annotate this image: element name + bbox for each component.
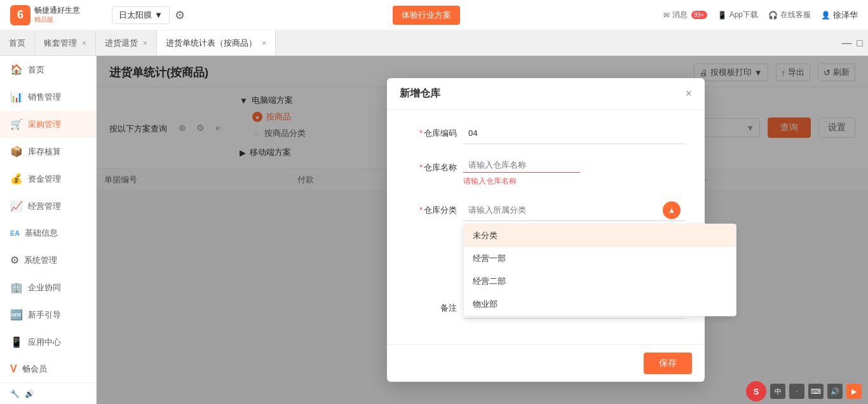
message-icon: ✉ [663, 11, 670, 20]
sidebar: 🏠 首页 📊 销售管理 🛒 采购管理 📦 库存核算 💰 资金管理 📈 经营管理 … [0, 56, 97, 404]
sidebar-audio-icon[interactable]: 🔊 [25, 389, 34, 398]
apps-icon: 📱 [10, 336, 23, 348]
sidebar-item-apps[interactable]: 📱 应用中心 [0, 328, 96, 356]
operations-icon: 📈 [10, 200, 23, 212]
tab-home[interactable]: 首页 [0, 30, 35, 55]
sales-icon: 📊 [10, 91, 23, 103]
tab-bar-right: — □ [841, 30, 868, 55]
modal-header: 新增仓库 × [387, 78, 705, 110]
store-dropdown-icon: ▼ [154, 10, 163, 20]
name-error-wrap: 请输入仓库名称 [406, 175, 517, 187]
play-icon[interactable]: ▶ [846, 384, 862, 399]
name-label: 仓库名称 [406, 157, 457, 173]
tab-minimize-icon[interactable]: — [841, 37, 851, 49]
sidebar-settings-icon[interactable]: 🔧 [10, 389, 20, 398]
tab-account[interactable]: 账套管理 × [35, 30, 96, 55]
sidebar-item-system[interactable]: ⚙ 系统管理 [0, 246, 96, 274]
home-icon: 🏠 [10, 64, 23, 76]
tab-account-label: 账套管理 [44, 37, 77, 49]
sidebar-item-purchase[interactable]: 🛒 采购管理 [0, 111, 96, 138]
zh-icon[interactable]: 中 [770, 384, 785, 399]
tab-purchase-stat-label: 进货单统计表（按商品） [166, 37, 257, 49]
modal-save-btn[interactable]: 保存 [644, 353, 692, 374]
tab-return-label: 进货退货 [105, 37, 138, 49]
s-icon[interactable]: S [746, 381, 766, 401]
purchase-icon: 🛒 [10, 118, 23, 130]
sidebar-item-sales[interactable]: 📊 销售管理 [0, 83, 96, 111]
vip-icon: V [10, 363, 17, 375]
sidebar-label-sales: 销售管理 [28, 91, 61, 103]
category-dropdown-arrow[interactable]: ▲ [663, 201, 681, 219]
notification-item[interactable]: ✉ 消息 99+ [663, 10, 707, 20]
name-field-row: 仓库名称 [406, 157, 580, 173]
logo-main-text: 畅捷通好生意 [34, 6, 80, 16]
name-error-msg: 请输入仓库名称 [463, 177, 517, 185]
sidebar-item-home[interactable]: 🏠 首页 [0, 56, 96, 83]
volume-icon[interactable]: 🔊 [827, 384, 843, 399]
header-center: 体验行业方案 [190, 6, 663, 25]
keyboard-icon[interactable]: ⌨ [808, 384, 824, 399]
tab-purchase-stat-close[interactable]: × [262, 39, 266, 48]
sidebar-item-guide[interactable]: 🆕 新手引导 [0, 301, 96, 328]
dropdown-item-dept2[interactable]: 经营二部 [464, 270, 736, 293]
store-selector[interactable]: 日太阳膜 ▼ [112, 6, 170, 24]
bottom-bar: S 中 · ⌨ 🔊 ▶ [740, 379, 868, 404]
sidebar-label-vip: 畅会员 [22, 363, 47, 375]
category-dropdown: 未分类 经营一部 经营二部 物业部 [463, 224, 736, 316]
code-label: 仓库编码 [406, 123, 457, 139]
dropdown-item-none[interactable]: 未分类 [464, 224, 736, 247]
online-service-item[interactable]: 🎧 在线客服 [768, 10, 811, 20]
add-warehouse-modal: 新增仓库 × 仓库编码 仓库名称 [387, 78, 705, 382]
tab-return[interactable]: 进货退货 × [96, 30, 157, 55]
basic-icon: EA [10, 229, 20, 237]
settings-icon-btn[interactable]: ⚙ [170, 5, 190, 25]
sidebar-item-finance[interactable]: 💰 资金管理 [0, 165, 96, 192]
service-icon: 🎧 [768, 11, 778, 20]
dropdown-item-property[interactable]: 物业部 [464, 293, 736, 316]
form-row-name: 仓库名称 请输入仓库名称 [406, 157, 686, 187]
sidebar-label-apps: 应用中心 [28, 337, 61, 348]
store-name: 日太阳膜 [119, 10, 152, 21]
sidebar-item-basic[interactable]: EA 基础信息 [0, 220, 96, 246]
app-download-item[interactable]: 📱 App下载 [717, 10, 758, 20]
notification-label: 消息 [672, 10, 688, 20]
sidebar-label-purchase: 采购管理 [28, 119, 61, 130]
logo-text-block: 畅捷通好生意 精品版 [34, 6, 80, 25]
sidebar-label-operations: 经营管理 [28, 201, 61, 212]
system-icon: ⚙ [10, 254, 19, 266]
service-label: 在线客服 [780, 10, 811, 20]
finance-icon: 💰 [10, 173, 23, 185]
tab-account-close[interactable]: × [82, 39, 86, 48]
logo-area: 6 畅捷通好生意 精品版 [10, 5, 105, 25]
user-avatar-icon: 👤 [821, 11, 831, 20]
sidebar-item-enterprise[interactable]: 🏢 企业协同 [0, 274, 96, 301]
sidebar-item-vip[interactable]: V 畅会员 [0, 356, 96, 382]
sidebar-label-finance: 资金管理 [28, 173, 61, 185]
sidebar-item-operations[interactable]: 📈 经营管理 [0, 192, 96, 220]
name-input-wrap [463, 158, 580, 173]
tab-maximize-icon[interactable]: □ [857, 37, 863, 49]
main-layout: 🏠 首页 📊 销售管理 🛒 采购管理 📦 库存核算 💰 资金管理 📈 经营管理 … [0, 56, 868, 404]
sidebar-label-basic: 基础信息 [25, 227, 58, 239]
category-input[interactable] [463, 199, 686, 221]
modal-body: 仓库编码 仓库名称 请输入仓库名称 [387, 110, 705, 344]
note-label: 备注 [406, 297, 457, 314]
user-profile-item[interactable]: 👤 徐泽华 [821, 10, 858, 21]
content-area: 进货单统计(按商品) 🖨 按模板打印 ▼ ↑ 导出 ↺ 刷新 按以下方案查询 [97, 56, 868, 404]
name-input[interactable] [463, 158, 580, 173]
dot-icon[interactable]: · [789, 384, 804, 399]
sidebar-label-home: 首页 [28, 64, 44, 76]
notification-badge: 99+ [691, 11, 707, 19]
sidebar-label-guide: 新手引导 [28, 309, 61, 321]
tab-purchase-stat[interactable]: 进货单统计表（按商品） × [157, 30, 276, 55]
trial-button[interactable]: 体验行业方案 [393, 6, 460, 25]
tab-bar: 首页 账套管理 × 进货退货 × 进货单统计表（按商品） × — □ [0, 30, 868, 56]
tab-return-close[interactable]: × [143, 39, 147, 48]
modal-close-btn[interactable]: × [685, 87, 692, 100]
tab-home-label: 首页 [9, 37, 25, 49]
code-input[interactable] [463, 123, 686, 144]
inventory-icon: 📦 [10, 145, 23, 158]
sidebar-item-inventory[interactable]: 📦 库存核算 [0, 138, 96, 165]
guide-icon: 🆕 [10, 309, 23, 321]
dropdown-item-dept1[interactable]: 经营一部 [464, 247, 736, 270]
